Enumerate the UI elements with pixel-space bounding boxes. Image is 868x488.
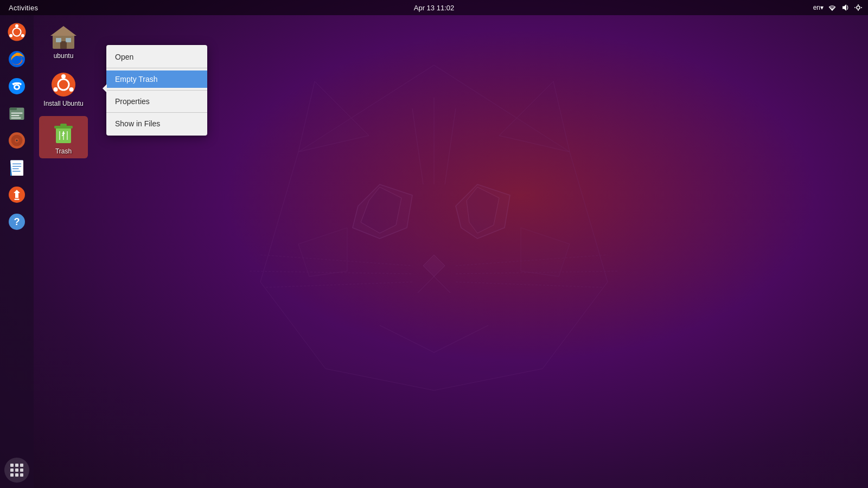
svg-rect-50 bbox=[12, 164, 22, 165]
svg-rect-42 bbox=[11, 115, 20, 116]
svg-rect-55 bbox=[15, 199, 20, 200]
svg-marker-59 bbox=[50, 26, 76, 36]
desktop-icon-ubuntu-home[interactable]: ubuntu bbox=[39, 21, 88, 63]
topbar: Activities Apr 13 11:02 en▾ bbox=[0, 0, 868, 15]
svg-rect-60 bbox=[60, 41, 67, 49]
svg-rect-52 bbox=[12, 169, 19, 170]
desktop-icon-trash[interactable]: Trash bbox=[39, 116, 88, 158]
trash-icon bbox=[50, 119, 76, 145]
svg-rect-62 bbox=[56, 38, 61, 42]
ubuntu-home-icon bbox=[50, 24, 76, 50]
svg-rect-41 bbox=[11, 113, 23, 114]
dock: ? bbox=[0, 15, 34, 488]
svg-point-38 bbox=[15, 86, 18, 88]
svg-rect-53 bbox=[12, 171, 21, 172]
dock-item-help[interactable]: ? bbox=[4, 209, 29, 234]
context-menu-item-empty-trash[interactable]: Empty Trash bbox=[106, 70, 207, 88]
dock-item-files[interactable] bbox=[4, 101, 29, 126]
context-menu-item-show-in-files[interactable]: Show in Files bbox=[106, 115, 207, 132]
context-menu-item-properties[interactable]: Properties bbox=[106, 93, 207, 110]
install-ubuntu-icon bbox=[50, 72, 76, 98]
dock-item-thunderbird[interactable] bbox=[4, 74, 29, 99]
system-tray: en▾ bbox=[813, 4, 863, 11]
context-menu: Open Empty Trash Properties Show in File… bbox=[106, 45, 207, 136]
desktop-icons-area: ubuntu Install Ubuntu bbox=[34, 15, 93, 164]
svg-rect-61 bbox=[66, 38, 71, 42]
show-applications-button[interactable] bbox=[4, 458, 29, 483]
lang-indicator[interactable]: en▾ bbox=[813, 4, 824, 11]
svg-point-47 bbox=[16, 140, 18, 142]
dock-item-appstore[interactable] bbox=[4, 182, 29, 207]
trash-label: Trash bbox=[55, 147, 72, 155]
context-menu-item-open[interactable]: Open bbox=[106, 48, 207, 66]
context-menu-separator-2 bbox=[106, 90, 207, 91]
grid-icon bbox=[10, 464, 23, 477]
svg-marker-23 bbox=[843, 4, 846, 11]
svg-point-67 bbox=[69, 87, 74, 92]
context-menu-separator-3 bbox=[106, 112, 207, 113]
volume-indicator[interactable] bbox=[841, 4, 850, 11]
svg-rect-70 bbox=[60, 124, 67, 126]
context-menu-arrow bbox=[103, 84, 107, 93]
svg-point-33 bbox=[21, 34, 24, 37]
wifi-indicator[interactable] bbox=[828, 4, 837, 11]
context-menu-separator-1 bbox=[106, 68, 207, 68]
ubuntu-home-label: ubuntu bbox=[54, 52, 74, 60]
svg-point-35 bbox=[14, 56, 20, 62]
svg-text:?: ? bbox=[14, 216, 20, 227]
dock-item-ubuntu[interactable] bbox=[4, 20, 29, 44]
datetime-display: Apr 13 11:02 bbox=[414, 4, 454, 12]
svg-rect-43 bbox=[11, 118, 21, 119]
dock-item-firefox[interactable] bbox=[4, 47, 29, 72]
activities-button[interactable]: Activities bbox=[5, 4, 41, 12]
svg-point-31 bbox=[15, 24, 18, 28]
svg-point-66 bbox=[54, 87, 58, 92]
install-ubuntu-label: Install Ubuntu bbox=[43, 100, 83, 107]
dock-item-rhythmbox[interactable] bbox=[4, 128, 29, 153]
system-indicator[interactable] bbox=[854, 4, 863, 11]
svg-point-32 bbox=[9, 34, 12, 37]
svg-rect-51 bbox=[12, 166, 22, 167]
svg-point-24 bbox=[857, 6, 860, 9]
dock-item-writer[interactable] bbox=[4, 155, 29, 180]
desktop-icon-install-ubuntu[interactable]: Install Ubuntu bbox=[39, 68, 88, 111]
svg-rect-40 bbox=[10, 108, 17, 111]
svg-rect-49 bbox=[10, 160, 23, 176]
svg-point-65 bbox=[61, 74, 66, 79]
